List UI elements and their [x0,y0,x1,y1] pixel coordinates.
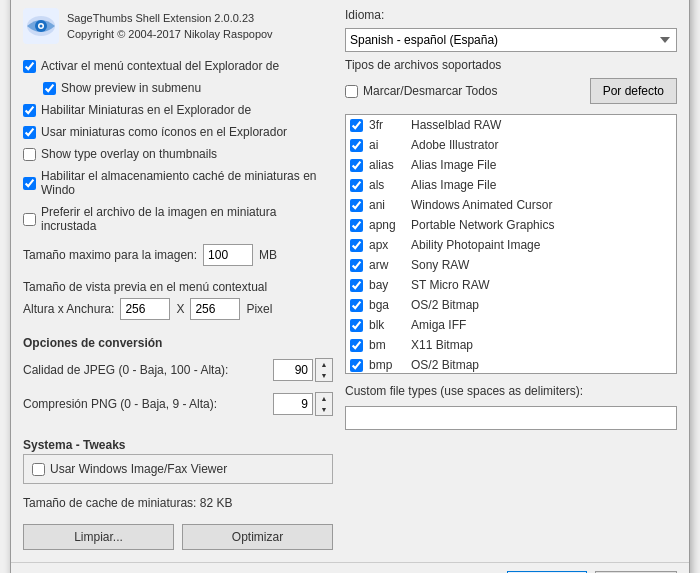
file-type-checkbox[interactable] [350,119,363,132]
app-info: SageThumbs Shell Extension 2.0.0.23 Copy… [23,8,333,44]
custom-input[interactable] [345,406,677,430]
list-item: 3frHasselblad RAW [346,115,676,135]
file-type-name: X11 Bitmap [411,338,473,352]
vista-previa-group: Tamaño de vista previa en el menú contex… [23,280,333,324]
tweaks-label: Systema - Tweaks [23,438,333,452]
file-type-checkbox[interactable] [350,319,363,332]
file-type-checkbox[interactable] [350,339,363,352]
file-type-name: ST Micro RAW [411,278,490,292]
left-panel: SageThumbs Shell Extension 2.0.0.23 Copy… [23,8,333,550]
jpeg-row: Calidad de JPEG (0 - Baja, 100 - Alta): … [23,358,333,382]
jpeg-input[interactable] [273,359,313,381]
file-type-checkbox[interactable] [350,299,363,312]
altura-input[interactable] [120,298,170,320]
x-separator: X [176,302,184,316]
png-up-button[interactable]: ▲ [316,393,332,404]
file-type-ext: apx [369,238,405,252]
file-type-checkbox[interactable] [350,279,363,292]
cb-submenu[interactable]: Show preview in submenu [23,80,333,96]
file-type-ext: bga [369,298,405,312]
list-item: arwSony RAW [346,255,676,275]
file-types-list[interactable]: 3frHasselblad RAWaiAdobe Illustratoralia… [345,114,677,374]
dialog: Opciones de SageThumbs ─ □ ✕ S [10,0,690,573]
file-type-name: Amiga IFF [411,318,466,332]
limpiar-button[interactable]: Limpiar... [23,524,174,550]
file-type-checkbox[interactable] [350,239,363,252]
marcar-todos-input[interactable] [345,85,358,98]
cb-overlay-input[interactable] [23,148,36,161]
file-type-name: OS/2 Bitmap [411,358,479,372]
png-label: Compresión PNG (0 - Baja, 9 - Alta): [23,397,273,411]
cb-contextmenu-input[interactable] [23,60,36,73]
file-type-ext: ai [369,138,405,152]
file-type-checkbox[interactable] [350,179,363,192]
file-type-checkbox[interactable] [350,139,363,152]
vista-previa-label: Tamaño de vista previa en el menú contex… [23,280,333,294]
file-type-checkbox[interactable] [350,259,363,272]
dialog-body: SageThumbs Shell Extension 2.0.0.23 Copy… [11,0,689,562]
file-type-name: Sony RAW [411,258,469,272]
cb-overlay[interactable]: Show type overlay on thumbnails [23,146,333,162]
cb-preferir-input[interactable] [23,213,36,226]
cb-preferir[interactable]: Preferir el archivo de la imagen en mini… [23,204,333,234]
png-input[interactable] [273,393,313,415]
file-type-name: Ability Photopaint Image [411,238,540,252]
tamanio-row: Tamaño maximo para la imagen: MB [23,244,333,266]
jpeg-down-button[interactable]: ▼ [316,370,332,381]
custom-label: Custom file types (use spaces as delimit… [345,384,677,398]
list-item: blkAmiga IFF [346,315,676,335]
list-item: bgaOS/2 Bitmap [346,295,676,315]
png-row: Compresión PNG (0 - Baja, 9 - Alta): ▲ ▼ [23,392,333,416]
cb-cache-input[interactable] [23,177,36,190]
file-type-ext: alias [369,158,405,172]
png-spinner: ▲ ▼ [273,392,333,416]
png-down-button[interactable]: ▼ [316,404,332,415]
anchura-input[interactable] [190,298,240,320]
right-panel: Idioma: Spanish - español (España) Tipos… [345,8,677,550]
cb-contextmenu[interactable]: Activar el menú contextual del Explorado… [23,58,333,74]
list-item: alsAlias Image File [346,175,676,195]
app-logo-icon [23,8,59,44]
optimizar-button[interactable]: Optimizar [182,524,333,550]
cb-miniaturas-input[interactable] [23,104,36,117]
list-item: apxAbility Photopaint Image [346,235,676,255]
dimension-row: Altura x Anchura: X Pixel [23,298,333,320]
cb-submenu-input[interactable] [43,82,56,95]
cb-preferir-label: Preferir el archivo de la imagen en mini… [41,205,333,233]
cb-faxviewer[interactable]: Usar Windows Image/Fax Viewer [32,461,324,477]
file-type-ext: bay [369,278,405,292]
file-type-checkbox[interactable] [350,159,363,172]
list-item: aliasAlias Image File [346,155,676,175]
jpeg-label: Calidad de JPEG (0 - Baja, 100 - Alta): [23,363,273,377]
file-type-checkbox[interactable] [350,199,363,212]
file-type-ext: bmp [369,358,405,372]
jpeg-spinner: ▲ ▼ [273,358,333,382]
cb-iconos-input[interactable] [23,126,36,139]
cache-size-label: Tamaño de cache de miniaturas: 82 KB [23,496,333,510]
por-defecto-button[interactable]: Por defecto [590,78,677,104]
marcar-row: Marcar/Desmarcar Todos [345,84,497,98]
file-type-name: Alias Image File [411,158,496,172]
cb-iconos[interactable]: Usar miniaturas como íconos en el Explor… [23,124,333,140]
list-item: bmpOS/2 Bitmap [346,355,676,374]
bottom-buttons: Limpiar... Optimizar [23,524,333,550]
list-item: apngPortable Network Graphics [346,215,676,235]
app-version: SageThumbs Shell Extension 2.0.0.23 [67,10,273,27]
jpeg-up-button[interactable]: ▲ [316,359,332,370]
file-type-ext: ani [369,198,405,212]
file-type-checkbox[interactable] [350,219,363,232]
file-type-name: Portable Network Graphics [411,218,554,232]
file-type-name: OS/2 Bitmap [411,298,479,312]
idioma-select[interactable]: Spanish - español (España) [345,28,677,52]
cb-miniaturas[interactable]: Habilitar Miniaturas en el Explorador de [23,102,333,118]
tamanio-input[interactable] [203,244,253,266]
svg-point-7 [40,25,43,28]
cb-iconos-label: Usar miniaturas como íconos en el Explor… [41,125,287,139]
marcar-todos-label: Marcar/Desmarcar Todos [363,84,497,98]
tamanio-unit: MB [259,248,277,262]
file-type-checkbox[interactable] [350,359,363,372]
tipos-label: Tipos de archivos soportados [345,58,677,72]
cb-cache[interactable]: Habilitar el almacenamiento caché de min… [23,168,333,198]
cb-faxviewer-input[interactable] [32,463,45,476]
dialog-footer: OK Cancelar [11,562,689,573]
